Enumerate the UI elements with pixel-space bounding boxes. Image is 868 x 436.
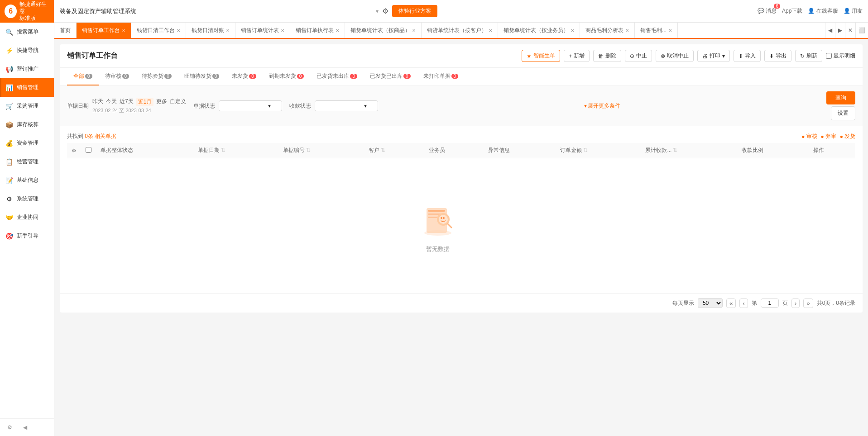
- tab-item-4[interactable]: 销售订单统计表✕: [235, 23, 290, 38]
- filter-tab-8[interactable]: 未打印单据0: [417, 68, 465, 85]
- tab-close-10[interactable]: ✕: [668, 28, 672, 33]
- status-select[interactable]: ▾: [219, 100, 282, 111]
- sidebar-item-5[interactable]: 📦库存核算: [0, 115, 54, 134]
- sidebar-item-7[interactable]: 📋经营管理: [0, 152, 54, 171]
- sort-icon-2[interactable]: ⇅: [306, 147, 311, 153]
- tab-close-4[interactable]: ✕: [281, 28, 284, 33]
- date-opt-0[interactable]: 昨天: [92, 98, 103, 106]
- filter-tab-7[interactable]: 已发货已出库0: [364, 68, 417, 85]
- refresh-btn[interactable]: ↻ 刷新: [795, 50, 822, 62]
- filter-tab-1[interactable]: 待审核0: [99, 68, 136, 85]
- table-action-2[interactable]: ●发货: [840, 133, 855, 140]
- collapse-btn[interactable]: ◀: [19, 422, 31, 432]
- payment-select[interactable]: ▾: [315, 100, 378, 111]
- sidebar-item-8[interactable]: 📝基础信息: [0, 171, 54, 190]
- config-icon[interactable]: ⚙: [72, 147, 77, 154]
- user-info[interactable]: 👤 用友: [844, 7, 863, 15]
- industry-btn[interactable]: 体验行业方案: [392, 5, 437, 17]
- table-action-1[interactable]: ●弃审: [821, 133, 836, 140]
- nav-label-7: 经营管理: [17, 158, 38, 166]
- sidebar-item-0[interactable]: 🔍搜索菜单: [0, 23, 54, 41]
- query-btn[interactable]: 查询: [826, 91, 855, 104]
- tab-item-2[interactable]: 钱货日清工作台✕: [131, 23, 186, 38]
- tab-item-7[interactable]: 销货单统计表（按客户）✕: [422, 23, 498, 38]
- expand-btn[interactable]: ▾ 展开更多条件: [584, 102, 620, 110]
- add-btn[interactable]: + 新增: [564, 50, 590, 62]
- tab-close-all[interactable]: ✕: [845, 23, 855, 38]
- tab-close-8[interactable]: ✕: [571, 28, 574, 33]
- table-action-0[interactable]: ●审核: [801, 133, 817, 140]
- date-opt-2[interactable]: 近7天: [120, 98, 134, 106]
- sidebar-item-4[interactable]: 🛒采购管理: [0, 97, 54, 115]
- tab-item-0[interactable]: 首页: [54, 23, 77, 38]
- app-download-btn[interactable]: App下载: [782, 7, 802, 15]
- tab-close-7[interactable]: ✕: [489, 28, 492, 33]
- sidebar-item-9[interactable]: ⚙系统管理: [0, 190, 54, 208]
- tab-nav-left[interactable]: ◀: [825, 23, 835, 38]
- next-page-btn[interactable]: ›: [791, 299, 800, 308]
- tab-maximize[interactable]: ⬜: [855, 23, 868, 38]
- expand-down-icon: ▾: [584, 103, 587, 109]
- tab-item-9[interactable]: 商品毛利分析表✕: [580, 23, 635, 38]
- tab-item-6[interactable]: 销货单统计表（按商品）✕: [345, 23, 422, 38]
- filter-tab-4[interactable]: 未发货0: [225, 68, 263, 85]
- page-input[interactable]: [761, 299, 779, 308]
- last-page-btn[interactable]: »: [803, 299, 813, 308]
- date-opt-1[interactable]: 今天: [106, 98, 117, 106]
- tab-nav-right[interactable]: ▶: [835, 23, 845, 38]
- show-detail-label[interactable]: 显示明细: [826, 52, 855, 60]
- tab-item-3[interactable]: 钱货日清对账✕: [186, 23, 235, 38]
- delete-btn[interactable]: 🗑 删除: [593, 50, 621, 62]
- first-page-btn[interactable]: «: [726, 299, 736, 308]
- th-col-1: 单据日期⇅: [193, 143, 279, 158]
- date-opt-4[interactable]: 更多: [156, 98, 167, 106]
- settings-btn[interactable]: 设置: [831, 106, 855, 120]
- tab-close-3[interactable]: ✕: [226, 28, 230, 33]
- logo-icon: 6: [5, 5, 17, 18]
- sort-icon-1[interactable]: ⇅: [221, 147, 225, 153]
- sort-icon-3[interactable]: ⇅: [381, 147, 385, 153]
- export-btn[interactable]: ⬇ 导出: [764, 50, 791, 62]
- message-badge[interactable]: 💬 消息 6: [758, 7, 777, 15]
- th-checkbox[interactable]: [81, 143, 96, 158]
- import-btn[interactable]: ⬆ 导入: [734, 50, 761, 62]
- filter-tab-3[interactable]: 旺铺待发货0: [178, 68, 226, 85]
- page-size-select[interactable]: 50 100 200: [698, 298, 723, 308]
- dropdown-arrow[interactable]: ▾: [376, 8, 379, 14]
- tab-item-8[interactable]: 销货单统计表（按业务员）✕: [498, 23, 580, 38]
- tab-close-6[interactable]: ✕: [412, 28, 416, 33]
- date-opt-3[interactable]: 近1月: [136, 98, 154, 106]
- nav-icon-2: 📢: [5, 66, 13, 73]
- select-all-checkbox[interactable]: [86, 147, 91, 153]
- date-opt-5[interactable]: 自定义: [170, 98, 186, 106]
- sidebar-item-2[interactable]: 📢营销推广: [0, 60, 54, 78]
- tab-close-9[interactable]: ✕: [625, 28, 629, 33]
- cancel-suspend-btn[interactable]: ⊗ 取消中止: [656, 50, 694, 62]
- tab-close-1[interactable]: ✕: [122, 28, 125, 33]
- tab-close-2[interactable]: ✕: [177, 28, 180, 33]
- filter-tab-5[interactable]: 到期未发货0: [263, 68, 311, 85]
- sidebar-item-1[interactable]: ⚡快捷导航: [0, 41, 54, 60]
- sidebar-item-6[interactable]: 💰资金管理: [0, 134, 54, 152]
- settings-bottom-btn[interactable]: ⚙: [4, 422, 16, 432]
- show-detail-checkbox[interactable]: [826, 53, 832, 59]
- tab-close-5[interactable]: ✕: [336, 28, 339, 33]
- filter-tab-2[interactable]: 待拣验货0: [135, 68, 178, 85]
- sidebar-item-11[interactable]: 🎯新手引导: [0, 227, 54, 245]
- table-header-row: ⚙单据整体状态单据日期⇅单据编号⇅客户⇅业务员异常信息订单金额⇅累计收款...⇅…: [67, 143, 855, 158]
- tab-item-10[interactable]: 销售毛利...✕: [635, 23, 678, 38]
- sidebar-item-10[interactable]: 🤝企业协同: [0, 208, 54, 227]
- filter-tab-0[interactable]: 全部0: [67, 68, 99, 85]
- sort-icon-6[interactable]: ⇅: [583, 147, 588, 153]
- settings-icon[interactable]: ⚙: [382, 7, 388, 15]
- suspend-btn[interactable]: ⊙ 中止: [625, 50, 652, 62]
- sort-icon-7[interactable]: ⇅: [673, 147, 677, 153]
- online-service-btn[interactable]: 👤 在线客服: [808, 7, 838, 15]
- filter-tab-6[interactable]: 已发货未出库0: [310, 68, 364, 85]
- prev-page-btn[interactable]: ‹: [739, 299, 748, 308]
- tab-item-5[interactable]: 销售订单执行表✕: [290, 23, 345, 38]
- sidebar-item-3[interactable]: 📊销售管理: [0, 78, 54, 97]
- print-btn[interactable]: 🖨 打印 ▾: [697, 50, 730, 62]
- tab-item-1[interactable]: 销售订单工作台✕: [77, 23, 131, 38]
- smart-btn[interactable]: ★ 智能生单: [522, 50, 560, 62]
